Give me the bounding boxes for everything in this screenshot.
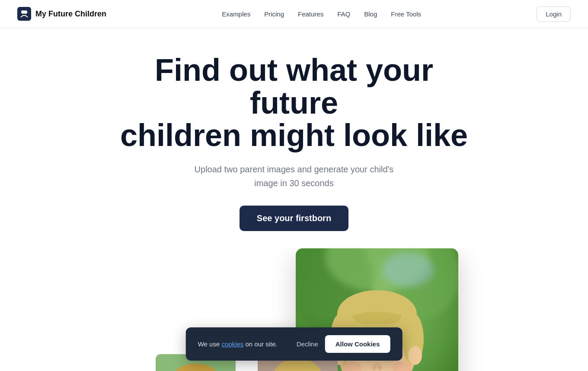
logo-text: My Future Children [35, 10, 106, 19]
cta-button[interactable]: See your firstborn [240, 206, 348, 231]
nav-faq[interactable]: FAQ [337, 10, 350, 18]
navbar: My Future Children Examples Pricing Feat… [0, 0, 588, 28]
logo-icon [17, 7, 31, 21]
decline-button[interactable]: Decline [295, 337, 320, 351]
hero-section: Find out what your future children might… [0, 28, 588, 371]
nav-links: Examples Pricing Features FAQ Blog Free … [222, 10, 421, 18]
cookie-actions: Decline Allow Cookies [295, 335, 390, 353]
nav-examples[interactable]: Examples [222, 10, 250, 18]
hero-subtext: Upload two parent images and generate yo… [182, 162, 406, 190]
logo-svg [20, 10, 29, 18]
login-button[interactable]: Login [537, 6, 571, 22]
nav-features[interactable]: Features [298, 10, 323, 18]
nav-blog[interactable]: Blog [364, 10, 377, 18]
cookie-banner: We use cookies on our site. Decline Allo… [186, 327, 403, 361]
nav-pricing[interactable]: Pricing [264, 10, 284, 18]
svg-point-44 [408, 346, 422, 365]
nav-free-tools[interactable]: Free Tools [391, 10, 421, 18]
cookie-link[interactable]: cookies [221, 340, 243, 348]
logo[interactable]: My Future Children [17, 7, 106, 21]
svg-point-54 [372, 366, 376, 371]
svg-point-1 [24, 10, 27, 14]
svg-point-36 [382, 253, 434, 287]
svg-point-55 [378, 366, 382, 371]
hero-headline: Find out what your future children might… [108, 54, 480, 152]
allow-cookies-button[interactable]: Allow Cookies [325, 335, 390, 353]
cookie-text: We use cookies on our site. [198, 340, 278, 348]
